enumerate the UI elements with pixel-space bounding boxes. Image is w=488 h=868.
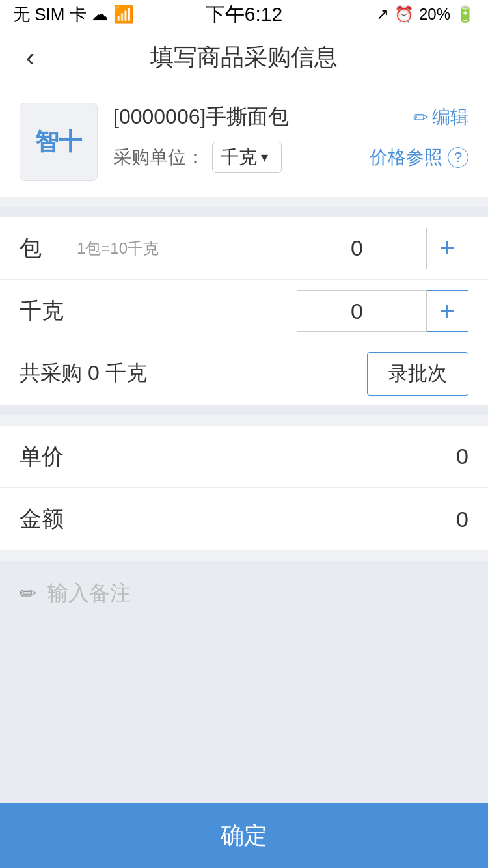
- price-ref-label: 价格参照: [370, 145, 442, 170]
- bag-sublabel: 1包=10千克: [77, 238, 297, 259]
- remark-section[interactable]: ✏ 输入备注: [0, 561, 488, 626]
- wifi-icon: 📶: [113, 5, 134, 25]
- edit-button[interactable]: ✏ 编辑: [413, 105, 468, 129]
- summary-section: 共采购 0 千克 录批次: [0, 342, 488, 405]
- back-button[interactable]: ‹: [20, 36, 41, 79]
- unit-row: 采购单位： 千克 ▾ 价格参照 ?: [113, 142, 468, 173]
- kg-quantity-input[interactable]: [297, 290, 427, 332]
- status-bar-left: 无 SIM 卡 ☁ 📶: [13, 3, 134, 26]
- bag-label: 包: [20, 234, 72, 264]
- kg-label: 千克: [20, 296, 72, 326]
- dropdown-icon: ▾: [261, 149, 268, 166]
- kg-input-row: 千克 +: [0, 280, 488, 342]
- bottom-spacer: [0, 626, 488, 821]
- unit-price-value: 0: [456, 444, 468, 469]
- batch-button[interactable]: 录批次: [367, 352, 468, 396]
- bag-quantity-input[interactable]: [297, 228, 427, 269]
- edit-label: 编辑: [432, 105, 468, 129]
- price-ref-button[interactable]: 价格参照 ?: [370, 145, 468, 170]
- unit-price-row: 单价 0: [0, 426, 488, 488]
- price-section: 单价 0 金额 0: [0, 426, 488, 550]
- divider-2: [0, 405, 488, 415]
- location-icon: ↗: [376, 5, 389, 23]
- product-name: [0000006]手撕面包: [113, 103, 289, 131]
- pencil-icon: ✏: [20, 581, 37, 606]
- status-bar-time: 下午6:12: [206, 1, 282, 28]
- signal-status: 无 SIM 卡 ☁: [13, 3, 108, 26]
- amount-row: 金额 0: [0, 488, 488, 550]
- amount-label: 金额: [20, 504, 64, 534]
- kg-input-right: +: [297, 290, 468, 332]
- nav-bar: ‹ 填写商品采购信息: [0, 29, 488, 87]
- alarm-icon: ⏰: [394, 5, 414, 23]
- product-name-row: [0000006]手撕面包 ✏ 编辑: [113, 103, 468, 131]
- battery-level: 20%: [419, 5, 450, 23]
- page-title: 填写商品采购信息: [150, 42, 338, 74]
- unit-select[interactable]: 千克 ▾: [212, 142, 282, 173]
- status-bar-right: ↗ ⏰ 20% 🔋: [376, 5, 475, 23]
- product-card: 智十 [0000006]手撕面包 ✏ 编辑 采购单位： 千克 ▾: [0, 87, 488, 197]
- divider-1: [0, 207, 488, 217]
- remark-placeholder: 输入备注: [47, 579, 131, 608]
- product-info: [0000006]手撕面包 ✏ 编辑 采购单位： 千克 ▾ 价格参照 ?: [113, 103, 468, 173]
- product-image-text: 智十: [35, 128, 82, 156]
- status-bar: 无 SIM 卡 ☁ 📶 下午6:12 ↗ ⏰ 20% 🔋: [0, 0, 488, 29]
- summary-row: 共采购 0 千克 录批次: [0, 342, 488, 405]
- kg-plus-button[interactable]: +: [427, 290, 468, 332]
- confirm-button[interactable]: 确定: [0, 803, 488, 868]
- bag-input-row: 包 1包=10千克 +: [0, 217, 488, 280]
- bag-input-right: +: [297, 228, 468, 269]
- unit-label: 采购单位：: [113, 145, 204, 170]
- info-icon: ?: [448, 147, 468, 168]
- summary-text: 共采购 0 千克: [20, 359, 147, 388]
- unit-value: 千克: [221, 145, 257, 170]
- edit-icon: ✏: [413, 107, 428, 128]
- input-section: 包 1包=10千克 + 千克 +: [0, 217, 488, 342]
- bag-plus-button[interactable]: +: [427, 228, 468, 269]
- unit-price-label: 单价: [20, 442, 64, 472]
- product-image: 智十: [20, 103, 98, 181]
- amount-value: 0: [456, 507, 468, 532]
- battery-icon: 🔋: [455, 5, 475, 23]
